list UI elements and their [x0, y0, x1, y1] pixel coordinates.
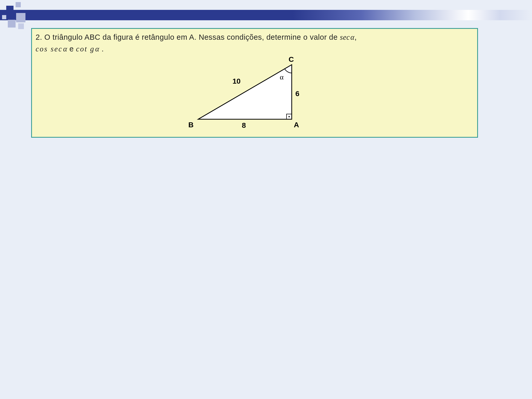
triangle-figure: C B A 10 8 6 α — [32, 54, 477, 135]
header-decoration — [0, 0, 532, 29]
period: . — [99, 45, 104, 53]
svg-point-2 — [289, 116, 290, 117]
cossec-label: cos sec — [36, 45, 63, 53]
triangle-svg — [177, 54, 323, 135]
alpha-symbol: α — [350, 33, 355, 41]
vertex-a-label: A — [294, 121, 299, 129]
problem-number: 2. — [36, 33, 42, 41]
svg-marker-0 — [198, 65, 292, 119]
corner-squares — [0, 0, 31, 31]
alpha-symbol: α — [95, 45, 99, 53]
gradient-bar — [0, 10, 532, 20]
vertex-b-label: B — [188, 121, 194, 129]
problem-statement: 2. O triângulo ABC da figura é retângulo… — [36, 31, 474, 55]
sec-label: sec — [340, 33, 350, 41]
angle-alpha-label: α — [280, 73, 284, 81]
comma: , — [355, 33, 357, 41]
problem-body: O triângulo ABC da figura é retângulo em… — [44, 33, 340, 41]
problem-container: 2. O triângulo ABC da figura é retângulo… — [31, 28, 478, 138]
side-base-label: 8 — [242, 121, 246, 130]
side-right-label: 6 — [295, 90, 300, 98]
side-hypotenuse-label: 10 — [232, 77, 241, 85]
alpha-symbol: α — [63, 45, 67, 53]
cotg-label: cot g — [76, 45, 95, 53]
vertex-c-label: C — [289, 55, 294, 64]
conjunction-e: e — [69, 45, 76, 53]
